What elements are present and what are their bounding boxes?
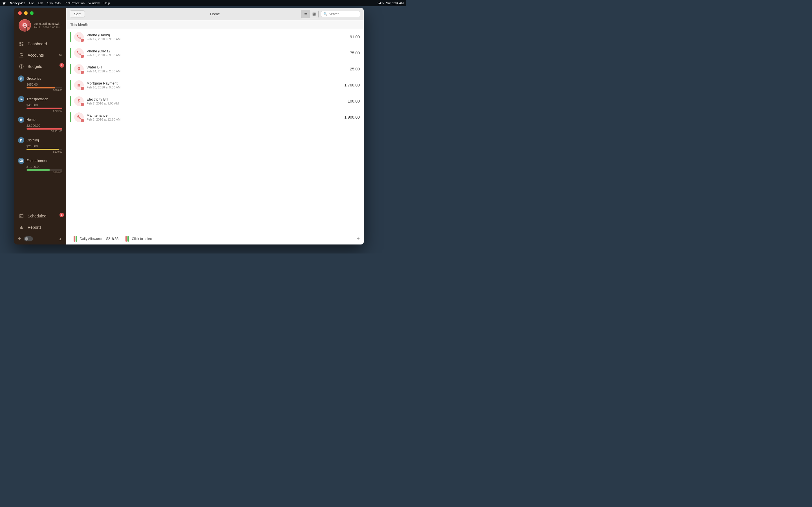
color-strip-red2 <box>125 236 127 242</box>
budget-item-entertainment[interactable]: Entertainment $1,200.00 $774.00 <box>14 156 66 176</box>
budget-item-home[interactable]: Home $2,200.00 $3,951.00 <box>14 114 66 135</box>
budget-item-clothing[interactable]: Clothing $210.00 $190.00 <box>14 135 66 156</box>
groceries-name: Groceries <box>27 76 41 80</box>
sidebar-item-dashboard[interactable]: Dashboard <box>14 38 66 50</box>
transportation-amount: $410.00 <box>27 103 62 107</box>
phone-icon <box>77 51 81 55</box>
entertainment-bar <box>27 169 62 171</box>
clock: Sun 2:04 AM <box>386 1 404 5</box>
daily-allowance-item: Daily Allowance -$218.88 <box>70 233 122 244</box>
sort-button[interactable]: Sort <box>70 10 85 17</box>
scheduled-icon <box>18 213 24 219</box>
home-bar-fill <box>27 128 62 129</box>
table-row[interactable]: Phone (Olivia) Feb 16, 2016 at 9:00 AM 7… <box>66 45 364 61</box>
phone-icon <box>77 35 81 39</box>
groceries-amount: $650.00 <box>27 83 62 86</box>
main-content: Sort Home 🔍 This Month <box>66 8 364 244</box>
close-button[interactable] <box>18 11 22 15</box>
table-row[interactable]: Electricity Bill Feb 7, 2016 at 9:00 AM … <box>66 93 364 109</box>
color-strip-red <box>73 236 75 242</box>
tx-icon-maintenance <box>74 112 84 122</box>
color-strip-green <box>75 236 77 242</box>
minimize-button[interactable] <box>24 11 28 15</box>
tx-icon-water <box>74 64 84 74</box>
avatar <box>18 19 31 32</box>
sidebar-item-scheduled[interactable]: Scheduled 1 <box>14 210 66 222</box>
menu-syncbits[interactable]: SYNCbits <box>47 1 61 5</box>
home-bar-label: $3,951.00 <box>18 130 62 133</box>
collapse-button[interactable]: ▲ <box>58 237 62 241</box>
clothing-icon <box>18 137 24 144</box>
view-toggle <box>301 10 319 18</box>
home-budget-icon <box>18 117 24 123</box>
budget-list: Groceries $650.00 $520.00 Transportation <box>14 72 66 210</box>
home-amount: $2,200.00 <box>27 124 62 127</box>
sidebar-item-reports[interactable]: Reports <box>14 222 66 233</box>
add-button[interactable]: + <box>18 236 21 242</box>
tx-amount: 25.00 <box>350 67 360 71</box>
section-this-month: This Month <box>66 20 364 29</box>
tx-name: Phone (Olivia) <box>87 49 347 53</box>
app-window: demo.us@moneywizapp.c... Feb 21, 2016, 2… <box>14 8 364 244</box>
entertainment-amount: $1,200.00 <box>27 165 62 168</box>
menu-window[interactable]: Window <box>89 1 100 5</box>
sidebar-item-budgets[interactable]: Budgets 2 <box>14 61 66 72</box>
budgets-badge: 2 <box>59 63 64 68</box>
table-row[interactable]: Phone (David) Feb 17, 2016 at 9:00 AM 91… <box>66 29 364 45</box>
tx-indicator <box>70 96 71 106</box>
click-to-select-color-bar <box>125 236 130 242</box>
tx-info-mortgage: Mortgage Payment Feb 10, 2016 at 9:00 AM <box>87 81 342 89</box>
sidebar-item-accounts[interactable]: Accounts 👁 <box>14 50 66 61</box>
menu-file[interactable]: File <box>29 1 34 5</box>
tx-amount: 100.00 <box>348 99 360 103</box>
home-icon <box>77 83 81 87</box>
clothing-amount: $210.00 <box>27 145 62 148</box>
electricity-icon <box>77 99 81 103</box>
tx-info-phone-olivia: Phone (Olivia) Feb 16, 2016 at 9:00 AM <box>87 49 347 57</box>
add-transaction-button[interactable]: + <box>357 236 360 242</box>
click-to-select-label[interactable]: Click to select <box>132 237 153 241</box>
daily-allowance-label: Daily Allowance <box>80 237 103 241</box>
eye-icon[interactable]: 👁 <box>59 53 62 57</box>
budget-item-groceries[interactable]: Groceries $650.00 $520.00 <box>14 73 66 94</box>
traffic-lights <box>18 11 34 15</box>
grid-view-button[interactable] <box>310 10 318 18</box>
budgets-label: Budgets <box>28 64 42 69</box>
table-row[interactable]: Maintenance Feb 2, 2016 at 12:20 AM 1,90… <box>66 109 364 125</box>
table-row[interactable]: Mortgage Payment Feb 10, 2016 at 9:00 AM… <box>66 77 364 93</box>
toggle-switch[interactable] <box>24 236 33 241</box>
battery-level: 24% <box>377 1 384 5</box>
click-to-select-item[interactable]: Click to select <box>122 233 156 244</box>
table-row[interactable]: Water Bill Feb 14, 2016 at 2:00 AM 25.00 <box>66 61 364 77</box>
tx-icon-mortgage <box>74 80 84 90</box>
sidebar: demo.us@moneywizapp.c... Feb 21, 2016, 2… <box>14 8 66 244</box>
scheduled-badge: 1 <box>59 213 64 217</box>
sidebar-footer: + ▲ <box>14 233 66 244</box>
app-name[interactable]: MoneyWiz <box>10 1 25 5</box>
transaction-list: This Month Phone (David) Feb 17, 2016 at… <box>66 20 364 233</box>
search-icon: 🔍 <box>323 12 327 16</box>
profile-info: demo.us@moneywizapp.c... Feb 21, 2016, 2… <box>34 22 62 29</box>
accounts-label: Accounts <box>28 53 44 57</box>
tx-date: Feb 7, 2016 at 9:00 AM <box>87 102 345 105</box>
list-view-button[interactable] <box>301 10 310 18</box>
menu-help[interactable]: Help <box>103 1 110 5</box>
budget-item-transportation[interactable]: Transportation $410.00 $735.00 <box>14 94 66 114</box>
groceries-bar <box>27 87 62 89</box>
menu-pin[interactable]: PIN Protection <box>64 1 85 5</box>
maintenance-icon <box>77 115 81 119</box>
menu-edit[interactable]: Edit <box>38 1 43 5</box>
entertainment-name: Entertainment <box>27 159 48 163</box>
daily-allowance-color-bar <box>73 236 78 242</box>
transportation-bar <box>27 108 62 109</box>
bottom-bar: Daily Allowance -$218.88 Click to select… <box>66 233 364 244</box>
tx-amount: 1,760.00 <box>345 83 360 87</box>
maximize-button[interactable] <box>30 11 34 15</box>
daily-allowance-value: -$218.88 <box>105 237 118 241</box>
search-input[interactable] <box>329 12 358 16</box>
clothing-bar-label: $190.00 <box>18 151 62 153</box>
transportation-name: Transportation <box>27 97 48 101</box>
tx-name: Mortgage Payment <box>87 81 342 86</box>
apple-menu[interactable]: ⌘ <box>2 1 6 5</box>
tx-date: Feb 10, 2016 at 9:00 AM <box>87 86 342 89</box>
